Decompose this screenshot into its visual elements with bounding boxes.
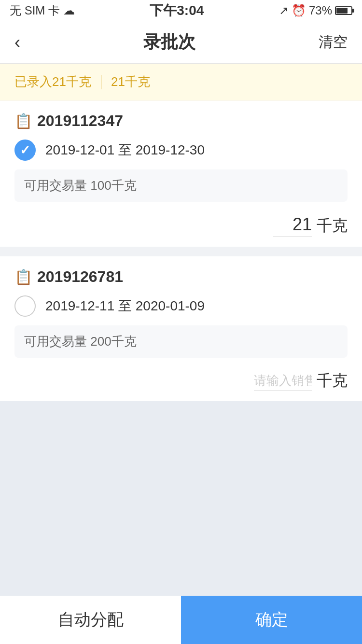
battery-icon	[335, 6, 352, 15]
back-button[interactable]: ‹	[14, 32, 20, 53]
batch-quantity-row-2: 千克	[0, 365, 362, 401]
confirm-button[interactable]: 确定	[181, 596, 362, 644]
status-time: 下午3:04	[150, 1, 204, 20]
quantity-unit-2: 千克	[317, 370, 348, 392]
batch-radio-2[interactable]	[14, 295, 36, 317]
batch-card-2: 📋 2019126781 2019-12-11 至 2020-01-09 可用交…	[0, 256, 362, 401]
total-amount: 21千克	[111, 73, 150, 90]
batch-available-2: 可用交易量 200千克	[14, 325, 348, 358]
batch-date-row-2[interactable]: 2019-12-11 至 2020-01-09	[0, 291, 362, 322]
batch-date-2: 2019-12-11 至 2020-01-09	[45, 297, 205, 315]
quantity-input-2[interactable]	[254, 371, 312, 391]
batch-available-1: 可用交易量 100千克	[14, 169, 348, 202]
bottom-actions: 自动分配 确定	[0, 596, 362, 644]
batch-doc-icon-1: 📋	[14, 112, 32, 129]
recorded-amount: 已录入21千克	[14, 73, 91, 90]
battery-percent: 73%	[309, 4, 332, 17]
status-left: 无 SIM 卡 ☁	[10, 3, 75, 18]
sim-label: 无 SIM 卡 ☁	[10, 3, 75, 18]
auto-distribute-button[interactable]: 自动分配	[0, 596, 181, 644]
batch-date-1: 2019-12-01 至 2019-12-30	[45, 141, 205, 159]
batch-id-2: 2019126781	[37, 268, 123, 286]
batch-date-row-1[interactable]: 2019-12-01 至 2019-12-30	[0, 135, 362, 166]
location-icon: ↗	[279, 4, 289, 17]
quantity-value-1: 21	[273, 214, 312, 237]
batch-header-2: 📋 2019126781	[0, 256, 362, 291]
nav-bar: ‹ 录批次 清空	[0, 21, 362, 64]
quantity-unit-1: 千克	[317, 215, 348, 237]
banner-divider	[101, 75, 101, 89]
status-right: ↗ ⏰ 73%	[279, 4, 352, 17]
batch-header-1: 📋 2019112347	[0, 100, 362, 135]
batch-radio-1[interactable]	[14, 140, 36, 161]
info-banner: 已录入21千克 21千克	[0, 64, 362, 100]
batch-quantity-row-1: 21 千克	[0, 210, 362, 247]
page-title: 录批次	[143, 30, 195, 54]
batch-doc-icon-2: 📋	[14, 268, 32, 285]
section-divider-1	[0, 247, 362, 256]
status-bar: 无 SIM 卡 ☁ 下午3:04 ↗ ⏰ 73%	[0, 0, 362, 21]
clear-button[interactable]: 清空	[319, 32, 348, 52]
batch-id-1: 2019112347	[37, 112, 123, 130]
batch-card-1: 📋 2019112347 2019-12-01 至 2019-12-30 可用交…	[0, 100, 362, 247]
alarm-icon: ⏰	[292, 4, 306, 17]
